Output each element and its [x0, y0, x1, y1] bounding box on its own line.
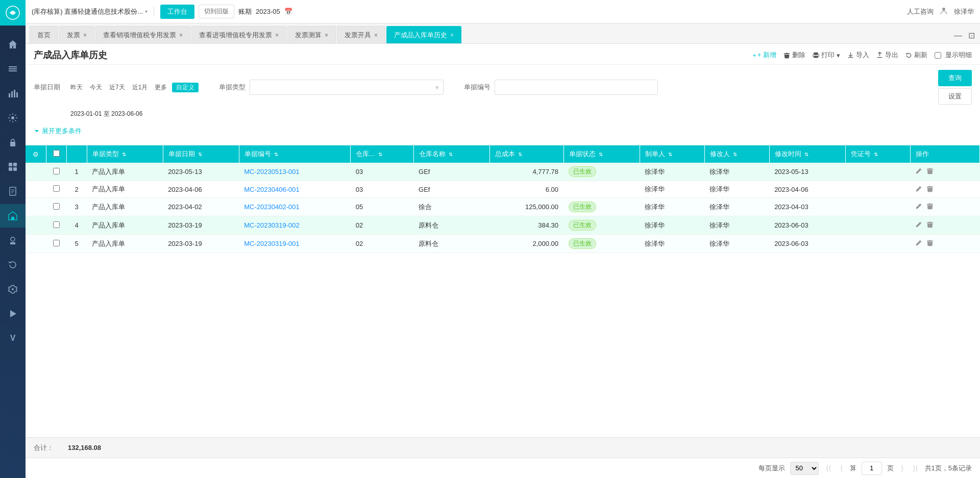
row-checkbox[interactable] [53, 203, 60, 210]
sidebar-item-settings[interactable] [0, 278, 26, 301]
th-modify-time[interactable]: 修改时间 ⇅ [769, 145, 845, 163]
row-checkbox[interactable] [53, 240, 60, 246]
th-warehouse-code[interactable]: 仓库... ⇅ [351, 145, 413, 163]
row-checkbox[interactable] [53, 185, 60, 192]
th-creator[interactable]: 制单人 ⇅ [640, 145, 704, 163]
shortcut-today[interactable]: 今天 [88, 82, 104, 93]
th-voucher[interactable]: 凭证号 ⇅ [845, 145, 910, 163]
code-link[interactable]: MC-20230319-001 [244, 240, 299, 247]
show-detail-toggle[interactable]: 显示明细 [935, 51, 972, 60]
close-icon[interactable]: × [179, 32, 183, 39]
first-page-button[interactable]: ⟨⟨ [824, 463, 833, 473]
sidebar-item-warehouse[interactable] [0, 204, 26, 228]
minimize-button[interactable]: — [953, 30, 963, 41]
edit-icon[interactable] [915, 221, 922, 230]
th-checkbox[interactable] [46, 145, 66, 163]
close-icon[interactable]: × [275, 32, 279, 39]
close-icon[interactable]: × [325, 32, 328, 39]
td-code[interactable]: MC-20230513-001 [239, 163, 351, 181]
expand-more-btn[interactable]: 展开更多条件 [34, 122, 972, 140]
delete-button[interactable]: 删除 [783, 51, 805, 60]
th-code[interactable]: 单据编号 ⇅ [239, 145, 351, 163]
td-checkbox[interactable] [46, 235, 66, 253]
sidebar-item-chart[interactable] [0, 82, 26, 105]
code-link[interactable]: MC-20230406-001 [244, 186, 299, 193]
td-code[interactable]: MC-20230406-001 [239, 181, 351, 198]
prev-page-button[interactable]: ⟨ [838, 463, 845, 473]
new-button[interactable]: + + 新增 [752, 51, 776, 60]
code-link[interactable]: MC-20230319-002 [244, 221, 299, 229]
delete-row-icon[interactable] [926, 203, 934, 211]
sidebar-item-play[interactable] [0, 302, 26, 325]
sidebar-item-menu[interactable] [0, 57, 26, 81]
last-page-button[interactable]: ⟩⟩ [911, 463, 920, 473]
next-page-button[interactable]: ⟩ [899, 463, 905, 473]
show-detail-checkbox[interactable] [935, 52, 941, 59]
td-code[interactable]: MC-20230319-001 [239, 235, 351, 253]
page-size-select[interactable]: 50 10 20 100 [790, 462, 819, 475]
tab-home[interactable]: 首页 [30, 26, 58, 43]
th-date[interactable]: 单据日期 ⇅ [163, 145, 239, 163]
shortcut-7days[interactable]: 近7天 [107, 82, 127, 93]
th-modifier[interactable]: 修改人 ⇅ [704, 145, 769, 163]
tab-sales-vat[interactable]: 查看销项增值税专用发票 × [95, 26, 190, 43]
refresh-button[interactable]: 刷新 [905, 51, 927, 60]
support-link[interactable]: 人工咨询 [907, 7, 934, 16]
shortcut-more[interactable]: 更多 [153, 82, 169, 93]
sidebar-item-doc[interactable] [0, 180, 26, 203]
td-checkbox[interactable] [46, 163, 66, 181]
shortcut-1month[interactable]: 近1月 [130, 82, 150, 93]
tab-input-vat[interactable]: 查看进项增值税专用发票 × [191, 26, 286, 43]
custom-date-tag[interactable]: 自定义 [172, 83, 199, 92]
sidebar-item-stamp[interactable] [0, 229, 26, 252]
tab-history[interactable]: 产成品入库单历史 × [386, 26, 461, 43]
code-link[interactable]: MC-20230402-001 [244, 203, 299, 211]
edit-icon[interactable] [915, 239, 922, 248]
export-button[interactable]: 导出 [876, 51, 898, 60]
th-warehouse-name[interactable]: 仓库名称 ⇅ [413, 145, 489, 163]
td-checkbox[interactable] [46, 216, 66, 235]
print-button[interactable]: 打印 ▾ [813, 51, 840, 60]
td-checkbox[interactable] [46, 181, 66, 198]
calendar-icon[interactable]: 📅 [284, 8, 292, 15]
tab-issue[interactable]: 发票开具 × [337, 26, 385, 43]
td-code[interactable]: MC-20230402-001 [239, 198, 351, 216]
edit-icon[interactable] [915, 185, 922, 194]
shortcut-yesterday[interactable]: 昨天 [68, 82, 85, 93]
tab-calc[interactable]: 发票测算 × [287, 26, 336, 43]
th-settings[interactable]: ⚙ [26, 145, 46, 163]
sidebar-item-v[interactable]: V [0, 326, 26, 350]
td-code[interactable]: MC-20230319-002 [239, 216, 351, 235]
close-icon[interactable]: × [450, 32, 454, 39]
select-all-checkbox[interactable] [53, 150, 60, 157]
row-checkbox[interactable] [53, 168, 60, 174]
th-total-cost[interactable]: 总成本 ⇅ [489, 145, 564, 163]
delete-row-icon[interactable] [926, 167, 934, 176]
edit-icon[interactable] [915, 167, 922, 176]
close-icon[interactable]: × [83, 32, 87, 39]
sidebar-item-grid[interactable] [0, 155, 26, 179]
td-checkbox[interactable] [46, 198, 66, 216]
sidebar-item-refresh[interactable] [0, 253, 26, 276]
sidebar-item-home[interactable] [0, 33, 26, 56]
th-type[interactable]: 单据类型 ⇅ [87, 145, 163, 163]
delete-row-icon[interactable] [926, 185, 934, 194]
tab-invoice[interactable]: 发票 × [59, 26, 94, 43]
company-selector[interactable]: (库存核算) 直播轻捷通信息技术股份... ▾ [32, 7, 148, 16]
code-input[interactable] [495, 80, 658, 95]
row-checkbox[interactable] [53, 221, 60, 228]
delete-row-icon[interactable] [926, 239, 934, 248]
chevron-down-icon[interactable]: ▾ [837, 52, 840, 59]
query-button[interactable]: 查询 [938, 70, 972, 86]
user-name[interactable]: 徐泽华 [954, 7, 974, 16]
switch-button[interactable]: 切到旧版 [199, 5, 234, 18]
delete-row-icon[interactable] [926, 221, 934, 230]
edit-icon[interactable] [915, 203, 922, 211]
th-status[interactable]: 单据状态 ⇅ [564, 145, 640, 163]
maximize-button[interactable]: ⊡ [967, 30, 976, 41]
sidebar-item-lock[interactable] [0, 131, 26, 154]
sidebar-item-module[interactable] [0, 106, 26, 130]
gear-icon[interactable]: ⚙ [33, 150, 39, 158]
import-button[interactable]: 导入 [847, 51, 869, 60]
code-link[interactable]: MC-20230513-001 [244, 168, 299, 175]
